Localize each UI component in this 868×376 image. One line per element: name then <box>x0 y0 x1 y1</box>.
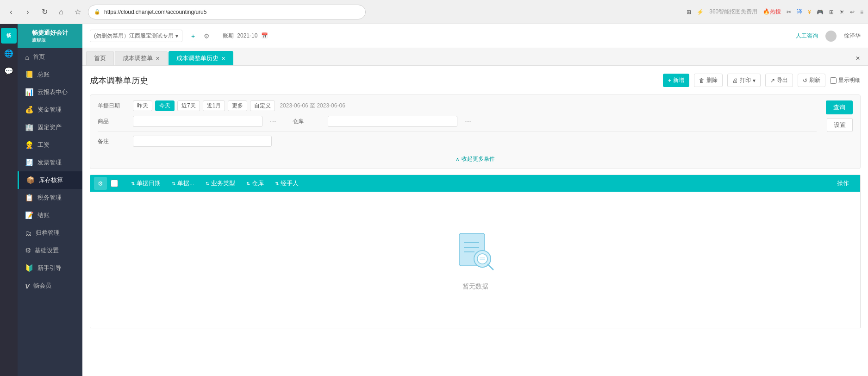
sidebar-item-payroll[interactable]: 👷 工资 <box>18 136 82 154</box>
export-icon: ↗ <box>770 77 775 84</box>
home-button[interactable]: ⌂ <box>55 6 68 19</box>
sidebar-item-invoice[interactable]: 🧾 发票管理 <box>18 154 82 171</box>
print-button[interactable]: 🖨 打印 ▾ <box>727 74 761 87</box>
sidebar-item-inventory[interactable]: 📦 库存核算 <box>18 171 82 189</box>
game-icon[interactable]: 🎮 <box>817 9 824 15</box>
table-col-date[interactable]: ⇅ 单据日期 <box>125 175 166 192</box>
sidebar-label-archive: 归档管理 <box>36 229 60 237</box>
service-button[interactable]: 人工咨询 <box>796 32 818 40</box>
sidebar-item-reports[interactable]: 📊 云报表中心 <box>18 83 82 101</box>
url-bar[interactable]: 🔒 https://cloud.chanjet.com/accounting/u… <box>88 5 366 19</box>
show-cols-toggle[interactable]: 显示明细 <box>830 76 861 84</box>
delete-button[interactable]: 🗑 删除 <box>694 74 723 87</box>
lightning-icon[interactable]: ⚡ <box>697 9 704 15</box>
sidebar-item-close[interactable]: 📝 结账 <box>18 207 82 224</box>
filter-row-remark: 备注 <box>98 136 817 147</box>
scissors-icon[interactable]: ✂ <box>787 9 791 15</box>
date-btn-yesterday[interactable]: 昨天 <box>133 100 152 111</box>
sidebar-item-assets[interactable]: 🏢 固定资产 <box>18 119 82 136</box>
product-input[interactable] <box>133 116 262 127</box>
undo-icon[interactable]: ↩ <box>850 9 855 15</box>
forward-button[interactable]: › <box>21 6 34 19</box>
col-date-label: 单据日期 <box>137 179 161 188</box>
company-selector[interactable]: (勿删勿禁用）江西服宝测试专用 ▾ <box>90 30 182 42</box>
apps-icon[interactable]: ⊞ <box>829 9 834 15</box>
sidebar-label-guide: 新手引导 <box>37 264 62 272</box>
icon-sidebar-msg[interactable]: 💬 <box>1 63 17 79</box>
tab-cost-adjust-history[interactable]: 成本调整单历史 ✕ <box>169 51 233 65</box>
date-btn-7days[interactable]: 近7天 <box>177 100 200 111</box>
tab-cost-adjust-close[interactable]: ✕ <box>156 56 160 62</box>
refresh-button[interactable]: ↻ <box>38 6 51 19</box>
tab-cost-adjust-history-close[interactable]: ✕ <box>221 56 225 62</box>
product-dots[interactable]: ··· <box>270 117 276 125</box>
sidebar-item-guide[interactable]: 🔰 新手引导 <box>18 259 82 277</box>
print-dropdown-icon: ▾ <box>753 77 756 84</box>
sidebar-item-home[interactable]: ⌂ 首页 <box>18 48 82 66</box>
col-docno-label: 单据... <box>177 179 194 188</box>
filter-settings-button[interactable]: 设置 <box>827 118 853 132</box>
query-button[interactable]: 查询 <box>826 100 853 114</box>
date-filter-label: 单据日期 <box>98 102 125 110</box>
sidebar-item-settings[interactable]: ⚙ 基础设置 <box>18 242 82 259</box>
warehouse-dots[interactable]: ··· <box>465 117 471 125</box>
date-btn-more[interactable]: 更多 <box>228 100 247 111</box>
tab-cost-adjust[interactable]: 成本调整单 ✕ <box>115 51 168 65</box>
browser-extra-tools: ⊞ ⚡ 360智能抠图免费用 🔥热搜 ✂ 译 ¥ 🎮 ⊞ ☀ ↩ ≡ <box>687 8 863 16</box>
settings-icon-topbar[interactable]: ⚙ <box>204 32 210 40</box>
period-info: 账期 2021-10 📅 <box>223 32 268 40</box>
new-button[interactable]: + 新增 <box>663 74 689 87</box>
remark-filter-label: 备注 <box>98 138 125 145</box>
icon-sidebar-logo[interactable]: 畅 <box>1 28 17 44</box>
grid-icon[interactable]: ⊞ <box>687 9 691 15</box>
export-button[interactable]: ↗ 导出 <box>765 74 793 87</box>
date-btn-custom[interactable]: 自定义 <box>250 100 275 111</box>
product-filter-label: 商品 <box>98 118 125 125</box>
table-col-action: 操作 <box>837 179 856 188</box>
tab-home[interactable]: 首页 <box>86 51 114 65</box>
sidebar-item-ledger[interactable]: 📒 总账 <box>18 66 82 83</box>
inventory-icon: 📦 <box>26 176 35 184</box>
collapse-button[interactable]: ∧ 收起更多条件 <box>98 155 853 163</box>
table-select-all-checkbox[interactable] <box>111 180 118 187</box>
date-shortcuts: 昨天 今天 近7天 近1月 更多 自定义 2023-06-06 至 2023-0… <box>133 100 345 111</box>
refresh-button[interactable]: ↺ 刷新 <box>798 74 825 87</box>
brightness-icon[interactable]: ☀ <box>839 9 844 15</box>
sidebar-item-funds[interactable]: 💰 资金管理 <box>18 101 82 119</box>
top-bar-right: 人工咨询 徐泽华 <box>796 31 861 42</box>
period-label: 账期 <box>223 32 234 39</box>
refresh-icon: ↺ <box>803 77 807 84</box>
sidebar-label-vip: 畅会员 <box>33 282 51 290</box>
remark-input[interactable] <box>133 136 272 147</box>
icon-sidebar-weibo[interactable]: 🌐 <box>1 45 17 61</box>
sort-icon-handler: ⇅ <box>275 181 279 186</box>
table-col-biztype[interactable]: ⇅ 业务类型 <box>200 175 241 192</box>
sidebar-item-tax[interactable]: 📋 税务管理 <box>18 189 82 207</box>
sidebar-item-archive[interactable]: 🗂 归档管理 <box>18 224 82 242</box>
close-all-tabs-button[interactable]: ✕ <box>851 52 864 65</box>
col-biztype-label: 业务类型 <box>211 179 235 188</box>
table-col-handler[interactable]: ⇅ 经手人 <box>269 175 304 192</box>
sidebar-label-payroll: 工资 <box>37 141 50 149</box>
translate-icon[interactable]: 译 <box>797 8 802 16</box>
table-col-docno[interactable]: ⇅ 单据... <box>166 175 200 192</box>
sidebar-item-vip[interactable]: V 畅会员 <box>18 277 82 295</box>
table-gear-button[interactable]: ⚙ <box>94 177 107 190</box>
assets-icon: 🏢 <box>25 123 34 132</box>
calendar-icon[interactable]: 📅 <box>261 32 268 39</box>
back-button[interactable]: ‹ <box>5 6 18 19</box>
yuan-icon[interactable]: ¥ <box>808 9 811 15</box>
hot-search-label[interactable]: 🔥热搜 <box>763 8 781 16</box>
date-btn-1month[interactable]: 近1月 <box>203 100 225 111</box>
add-company-button[interactable]: + <box>188 31 198 41</box>
table-col-warehouse[interactable]: ⇅ 仓库 <box>241 175 269 192</box>
show-cols-checkbox[interactable] <box>830 77 837 84</box>
star-button[interactable]: ☆ <box>71 6 84 19</box>
warehouse-input[interactable] <box>328 116 457 127</box>
main-content: (勿删勿禁用）江西服宝测试专用 ▾ + ⚙ 账期 2021-10 📅 人工咨询 … <box>82 24 868 376</box>
date-btn-today[interactable]: 今天 <box>155 100 175 111</box>
delete-icon: 🗑 <box>699 77 705 84</box>
close-books-icon: 📝 <box>25 211 34 219</box>
print-label: 打印 <box>740 76 751 84</box>
menu-icon[interactable]: ≡ <box>860 9 863 15</box>
